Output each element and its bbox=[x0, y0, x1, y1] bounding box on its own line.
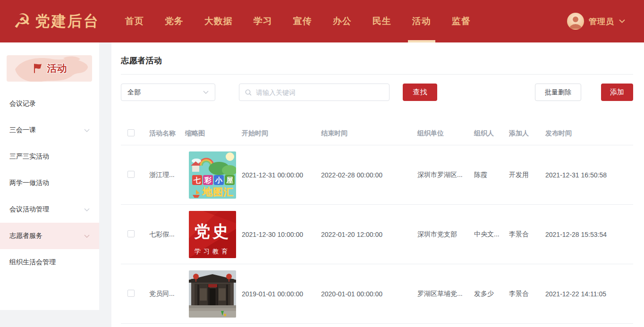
find-button[interactable]: 查找 bbox=[403, 84, 437, 101]
nav-item-publicity[interactable]: 宣传 bbox=[283, 0, 322, 42]
col-organizer: 组织人 bbox=[474, 129, 509, 138]
activity-table: 活动名称 缩略图 开始时间 结束时间 组织单位 组织人 添加人 发布时间 浙江理… bbox=[121, 122, 633, 324]
page-title: 志愿者活动 bbox=[121, 55, 633, 66]
table-row: 浙江理... 七 彩 bbox=[121, 145, 633, 205]
nav-item-livelihood[interactable]: 民生 bbox=[362, 0, 402, 42]
title-divider bbox=[121, 74, 633, 75]
cell-start-time: 2021-12-31 00:00:00 bbox=[238, 171, 320, 179]
cell-end-time: 2022-02-28 00:00:00 bbox=[320, 171, 417, 179]
chevron-down-icon bbox=[84, 235, 90, 238]
col-org-unit: 组织单位 bbox=[417, 129, 474, 138]
select-all-checkbox[interactable] bbox=[127, 129, 135, 136]
col-adder: 添加人 bbox=[509, 129, 545, 138]
cell-end-time: 2022-01-20 12:00:00 bbox=[320, 231, 417, 238]
sidebar-item-label: 志愿者服务 bbox=[9, 232, 42, 240]
user-name: 管理员 bbox=[589, 16, 614, 27]
thumbnail-party-history-poster: 党史 学习教育 bbox=[189, 211, 236, 258]
sidebar-item-label: 三严三实活动 bbox=[9, 152, 49, 161]
cell-org-unit: 罗湖区草埔党... bbox=[417, 290, 474, 298]
keyword-search bbox=[239, 84, 390, 101]
col-activity-name: 活动名称 bbox=[149, 129, 185, 138]
sidebar-item-label: 两学一做活动 bbox=[9, 179, 49, 187]
user-menu[interactable]: 管理员 bbox=[567, 13, 625, 30]
cell-publish-time: 2021-12-22 14:11:05 bbox=[545, 290, 633, 298]
svg-text:小: 小 bbox=[215, 176, 223, 184]
category-select-value: 全部 bbox=[127, 88, 141, 97]
table-header-row: 活动名称 缩略图 开始时间 结束时间 组织单位 组织人 添加人 发布时间 bbox=[121, 122, 633, 145]
col-thumbnail: 缩略图 bbox=[185, 129, 238, 138]
cell-org-unit: 深圳市罗湖区... bbox=[417, 171, 474, 179]
cell-start-time: 2021-12-30 10:00:00 bbox=[238, 231, 320, 238]
search-icon bbox=[245, 89, 252, 96]
cell-activity-name: 浙江理... bbox=[149, 171, 185, 179]
red-flag-icon bbox=[32, 63, 43, 74]
cell-end-time: 2020-01-01 00:00:00 bbox=[320, 290, 417, 298]
row-checkbox[interactable] bbox=[127, 230, 135, 237]
sidebar: 活动 会议记录 三会一课 三严三实活动 两学一做活动 会议活动管理 志愿者服务 bbox=[0, 42, 99, 310]
nav-item-activity[interactable]: 活动 bbox=[402, 0, 441, 42]
sidebar-item-label: 会议记录 bbox=[9, 100, 36, 108]
table-row: 党员同... bbox=[121, 264, 633, 324]
chevron-down-icon bbox=[203, 91, 209, 94]
sidebar-item-volunteer-service[interactable]: 志愿者服务 bbox=[0, 223, 99, 249]
sidebar-menu: 会议记录 三会一课 三严三实活动 两学一做活动 会议活动管理 志愿者服务 bbox=[0, 91, 99, 276]
chevron-down-icon bbox=[619, 19, 625, 23]
col-publish-time: 发布时间 bbox=[545, 129, 633, 138]
cell-activity-name: 党员同... bbox=[149, 290, 185, 298]
sidebar-item-label: 组织生活会管理 bbox=[9, 258, 56, 267]
cell-organizer: 陈霞 bbox=[474, 171, 509, 179]
sidebar-item-three-stricts[interactable]: 三严三实活动 bbox=[0, 143, 99, 170]
svg-text:屋: 屋 bbox=[226, 176, 233, 184]
nav-item-home[interactable]: 首页 bbox=[115, 0, 154, 42]
nav-item-party-affairs[interactable]: 党务 bbox=[154, 0, 194, 42]
nav-item-study[interactable]: 学习 bbox=[243, 0, 283, 42]
col-end-time: 结束时间 bbox=[320, 129, 417, 138]
cell-organizer: 发多少 bbox=[474, 290, 509, 298]
top-nav: 首页 党务 大数据 学习 宣传 办公 民生 活动 监督 bbox=[115, 0, 481, 42]
sidebar-item-two-studies[interactable]: 两学一做活动 bbox=[0, 170, 99, 196]
nav-item-supervision[interactable]: 监督 bbox=[441, 0, 481, 42]
thumbnail-map-illustration: 七 彩 小 屋 地图汇 bbox=[189, 151, 236, 199]
sidebar-item-label: 三会一课 bbox=[9, 126, 36, 134]
cell-publish-time: 2021-12-28 15:53:54 bbox=[545, 231, 633, 238]
chevron-down-icon bbox=[84, 208, 90, 211]
col-start-time: 开始时间 bbox=[238, 129, 320, 138]
nav-item-office[interactable]: 办公 bbox=[322, 0, 362, 42]
svg-text:党史: 党史 bbox=[194, 223, 231, 240]
person-icon bbox=[567, 13, 584, 30]
hammer-sickle-icon: ☭ bbox=[13, 11, 31, 31]
cell-start-time: 2019-01-01 00:00:00 bbox=[238, 290, 320, 298]
cell-organizer: 中央文... bbox=[474, 230, 509, 239]
svg-text:地图汇: 地图汇 bbox=[202, 186, 234, 197]
row-checkbox[interactable] bbox=[127, 290, 135, 297]
svg-text:七: 七 bbox=[193, 176, 201, 184]
nav-item-big-data[interactable]: 大数据 bbox=[194, 0, 243, 42]
thumbnail-building-photo bbox=[189, 270, 236, 318]
cell-activity-name: 七彩假... bbox=[149, 230, 185, 239]
cell-org-unit: 深圳市党支部 bbox=[417, 230, 474, 239]
sidebar-item-label: 会议活动管理 bbox=[9, 205, 49, 214]
sidebar-item-three-meetings-one-lesson[interactable]: 三会一课 bbox=[0, 117, 99, 143]
category-select[interactable]: 全部 bbox=[121, 84, 215, 101]
cell-adder: 开发用 bbox=[509, 171, 545, 179]
svg-text:彩: 彩 bbox=[204, 176, 212, 184]
table-row: 七彩假... 党史 学习教育 2021-12-30 10:00:00 2022-… bbox=[121, 205, 633, 264]
cell-adder: 李景合 bbox=[509, 230, 545, 239]
app-title: 党建后台 bbox=[35, 11, 100, 31]
chevron-down-icon bbox=[84, 129, 90, 132]
row-checkbox[interactable] bbox=[127, 171, 135, 178]
filter-bar: 全部 查找 批量删除 添加 bbox=[121, 84, 633, 101]
search-input[interactable] bbox=[256, 89, 384, 96]
sidebar-banner-label: 活动 bbox=[47, 62, 67, 75]
cell-adder: 李景合 bbox=[509, 290, 545, 298]
sidebar-item-meeting-records[interactable]: 会议记录 bbox=[0, 91, 99, 117]
app-logo: ☭ 党建后台 bbox=[13, 11, 100, 31]
sidebar-item-meeting-activity-mgmt[interactable]: 会议活动管理 bbox=[0, 196, 99, 223]
add-button[interactable]: 添加 bbox=[601, 84, 633, 101]
sidebar-item-org-life-meeting-mgmt[interactable]: 组织生活会管理 bbox=[0, 249, 99, 276]
batch-delete-button[interactable]: 批量删除 bbox=[535, 84, 581, 101]
cell-publish-time: 2021-12-31 16:50:58 bbox=[545, 171, 633, 179]
avatar bbox=[567, 13, 584, 30]
top-header: ☭ 党建后台 首页 党务 大数据 学习 宣传 办公 民生 活动 监督 管理员 bbox=[0, 0, 644, 42]
main-panel: 志愿者活动 全部 查找 批量删除 添加 活动名称 缩略图 开始时间 结束时间 bbox=[111, 42, 644, 327]
